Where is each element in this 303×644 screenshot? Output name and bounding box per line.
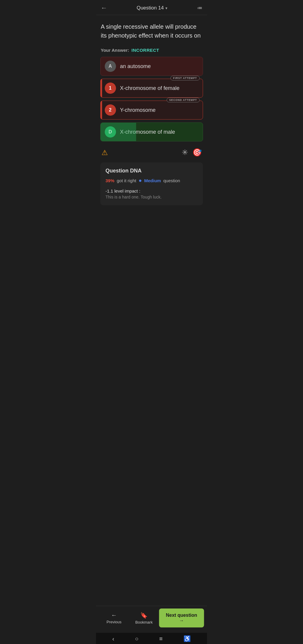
option-b[interactable]: FIRST ATTEMPT 1 X-chromosome of female — [100, 79, 203, 98]
next-button[interactable]: Next question → — [159, 609, 204, 627]
answer-value: INCORRECT — [131, 48, 159, 53]
question-section: A single recessive allele will produce i… — [96, 15, 207, 43]
option-a-badge: A — [105, 61, 116, 72]
dna-impact-label: level impact : — [115, 188, 141, 193]
bookmark-button[interactable]: 🔖 Bookmark — [129, 612, 159, 624]
option-d-text: X-chromosome of male — [120, 129, 175, 135]
option-d[interactable]: D X-chromosome of male — [100, 122, 203, 141]
header: ← Question 14 ▾ ≔ — [96, 0, 207, 15]
sys-menu-icon[interactable]: ≡ — [159, 635, 163, 642]
sys-home-icon[interactable]: ○ — [135, 635, 138, 642]
option-a-text: an autosome — [120, 63, 151, 70]
dna-percent: 39% — [106, 178, 115, 183]
dna-difficulty-label: question — [163, 178, 180, 183]
answer-label: Your Answer: — [101, 48, 129, 53]
sys-accessibility-icon[interactable]: ♿ — [183, 635, 191, 642]
next-question-button[interactable]: Next question → — [159, 609, 204, 627]
action-icons: ✳ 🎯 — [182, 148, 202, 157]
menu-icon[interactable]: ≔ — [197, 5, 202, 11]
icon-row: ⚠ ✳ 🎯 — [96, 143, 207, 160]
system-bar: ‹ ○ ≡ ♿ — [96, 633, 207, 644]
options-section: A an autosome FIRST ATTEMPT 1 X-chromoso… — [96, 56, 207, 143]
spark-icon[interactable]: ✳ — [182, 148, 188, 157]
answer-status: Your Answer: INCORRECT — [96, 43, 207, 56]
question-text: A single recessive allele will produce i… — [101, 22, 202, 40]
option-c[interactable]: SECOND ATTEMPT 2 Y-chromosome — [100, 101, 203, 120]
first-attempt-tag: FIRST ATTEMPT — [170, 76, 199, 80]
sys-back-icon[interactable]: ‹ — [112, 635, 114, 642]
option-c-text: Y-chromosome — [120, 107, 156, 113]
previous-label: Previous — [107, 620, 122, 624]
option-d-badge: D — [105, 126, 116, 138]
question-number-label: Question 14 — [137, 5, 164, 11]
option-a[interactable]: A an autosome — [100, 57, 203, 76]
dna-difficulty: Medium — [144, 178, 161, 183]
warning-icon[interactable]: ⚠ — [101, 149, 108, 157]
dna-section: Question DNA 39% got it right ● Medium q… — [100, 162, 203, 205]
dna-stats: 39% got it right ● Medium question — [106, 177, 198, 184]
previous-icon: ← — [111, 612, 117, 619]
next-label: Next question → — [164, 613, 199, 623]
previous-button[interactable]: ← Previous — [99, 612, 129, 624]
second-attempt-tag: SECOND ATTEMPT — [167, 98, 200, 102]
bottom-nav: ← Previous 🔖 Bookmark Next question → — [96, 606, 207, 630]
dna-impact: -1.1 level impact : — [106, 188, 198, 193]
option-b-text: X-chromosome of female — [120, 85, 180, 91]
dna-description: This is a hard one. Tough luck. — [106, 195, 198, 199]
back-button[interactable]: ← — [101, 4, 107, 12]
dna-title: Question DNA — [106, 168, 198, 174]
chevron-down-icon: ▾ — [165, 6, 167, 10]
person-icon[interactable]: 🎯 — [192, 148, 202, 157]
dna-got-right: got it right — [117, 178, 136, 183]
option-b-badge: 1 — [105, 83, 116, 94]
dna-dot: ● — [138, 177, 142, 184]
bookmark-label: Bookmark — [135, 620, 153, 624]
header-title[interactable]: Question 14 ▾ — [137, 5, 168, 11]
bookmark-icon: 🔖 — [140, 612, 148, 619]
dna-impact-value: -1.1 — [106, 188, 113, 193]
option-c-badge: 2 — [105, 104, 116, 116]
